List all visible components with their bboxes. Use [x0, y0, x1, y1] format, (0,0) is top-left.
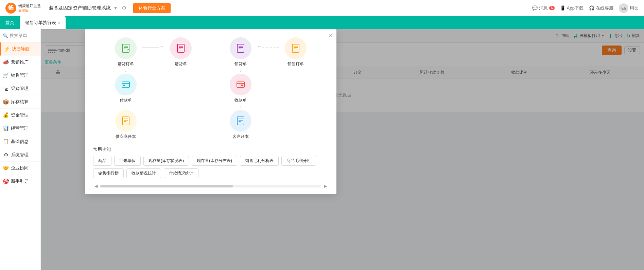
trial-button[interactable]: 体验行业方案 — [133, 3, 171, 13]
header-right: 💬 消息 6 📱 App下载 🎧 在线客服 Ea 用友 — [532, 3, 639, 13]
customer-ledger-label: 客户账本 — [232, 134, 249, 140]
sidebar-item-basic-info[interactable]: 📋 基础信息 — [0, 135, 40, 148]
settings-icon[interactable]: ⚙ — [122, 5, 126, 11]
svg-rect-11 — [177, 44, 184, 52]
flow-node-supplier-ledger[interactable]: 供应商账本 — [115, 110, 137, 140]
nav-tabs: 首页 销售订单执行表 × — [0, 16, 644, 29]
message-badge: 6 — [549, 6, 555, 10]
svg-rect-7 — [122, 117, 129, 125]
dropdown-icon[interactable]: ▼ — [114, 6, 118, 11]
basic-info-icon: 📋 — [3, 139, 9, 145]
avatar: Ea — [619, 3, 628, 13]
sidebar-item-system[interactable]: ⚙ 系统管理 — [0, 148, 40, 162]
flow-node-receipt[interactable]: 收款单 — [230, 74, 251, 103]
func-btn-partner[interactable]: 往来单位 — [114, 156, 141, 166]
quick-nav-icon: ⚡ — [4, 46, 10, 52]
modal-box: × 进货订单 ↓ — [85, 29, 336, 194]
sale-order-circle — [285, 37, 307, 59]
arrow-down-2: ↓ — [124, 103, 127, 110]
flow-node-purchase-bill[interactable]: 进货单 — [170, 37, 192, 67]
svg-rect-0 — [122, 44, 129, 52]
scrollbar-thumb — [100, 185, 233, 187]
tab-close-icon[interactable]: × — [58, 21, 60, 25]
func-btn-row-2: 销售排行榜 收款情况统计 付款情况统计 — [93, 168, 328, 178]
sidebar-item-finance[interactable]: 💰 资金管理 — [0, 109, 40, 122]
func-btn-goods[interactable]: 商品 — [93, 156, 111, 166]
func-btn-stock-dist[interactable]: 现存量(库存分布表) — [192, 156, 237, 166]
finance-icon: 💰 — [3, 112, 9, 118]
receipt-circle — [230, 74, 251, 95]
sidebar-search[interactable]: 🔍 搜索菜单 — [0, 29, 40, 42]
system-title-area: 装备及固定资产辅助管理系统 ▼ ⚙ 体验行业方案 — [49, 3, 171, 13]
sidebar-item-corp[interactable]: 🤝 企业协同 — [0, 162, 40, 175]
logo-icon: 畅 — [5, 3, 16, 14]
message-icon: 💬 — [532, 5, 538, 11]
arrow-down-1: ↓ — [124, 67, 127, 74]
tab-home[interactable]: 首页 — [0, 16, 20, 29]
func-btn-sale-rank[interactable]: 销售排行榜 — [93, 168, 124, 178]
marketing-icon: 📣 — [3, 59, 9, 65]
modal-close-btn[interactable]: × — [329, 32, 332, 39]
supplier-ledger-circle — [115, 110, 137, 132]
func-btn-receipt-stat[interactable]: 收款情况统计 — [126, 168, 161, 178]
payment-circle — [115, 74, 137, 95]
sidebar-item-marketing[interactable]: 📣 营销推广 — [0, 56, 40, 69]
func-btn-row-1: 商品 往来单位 现存量(库存状况表) 现存量(库存分布表) 销售毛利分析表 商品… — [93, 156, 328, 166]
sidebar-item-operation[interactable]: 📊 经营管理 — [0, 122, 40, 135]
sidebar-item-inventory[interactable]: 📦 库存核算 — [0, 95, 40, 109]
inventory-icon: 📦 — [3, 99, 9, 105]
flow-diagram: 进货订单 ↓ 付款单 ↓ — [93, 37, 328, 140]
receipt-label: 收款单 — [234, 97, 247, 103]
tab-sales-order[interactable]: 销售订单执行表 × — [20, 16, 66, 29]
system-icon: ⚙ — [3, 152, 9, 158]
svg-rect-4 — [122, 82, 129, 87]
main-layout: 🔍 搜索菜单 ⚡ 快捷导航 📣 营销推广 🛒 销售管理 🛍 采购管理 📦 库存核… — [0, 29, 644, 270]
app-icon: 📱 — [560, 5, 565, 11]
online-service-btn[interactable]: 🎧 在线客服 — [589, 5, 613, 11]
func-btn-payment-stat[interactable]: 付款情况统计 — [164, 168, 198, 178]
flow-node-customer-ledger[interactable]: 客户账本 — [230, 110, 251, 140]
sidebar-item-purchase[interactable]: 🛍 采购管理 — [0, 82, 40, 95]
arrow-down-4: ↓ — [239, 103, 242, 110]
func-btn-goods-profit[interactable]: 商品毛利分析 — [281, 156, 316, 166]
corp-icon: 🤝 — [3, 165, 9, 171]
scrollbar-track — [100, 185, 321, 187]
flow-node-sale-order[interactable]: 销售订单 — [285, 37, 307, 67]
sidebar: 🔍 搜索菜单 ⚡ 快捷导航 📣 营销推广 🛒 销售管理 🛍 采购管理 📦 库存核… — [0, 29, 41, 270]
sale-order-label: 销售订单 — [288, 61, 304, 67]
search-icon: 🔍 — [3, 33, 8, 38]
user-btn[interactable]: Ea 用友 — [619, 3, 639, 13]
svg-rect-15 — [237, 44, 244, 52]
sale-bill-label: 销货单 — [234, 61, 247, 67]
sidebar-item-guide[interactable]: 🎯 新手引导 — [0, 175, 40, 188]
func-btn-sale-profit[interactable]: 销售毛利分析表 — [240, 156, 279, 166]
scroll-left-icon[interactable]: ◀ — [93, 184, 99, 188]
purchase-bill-label: 进货单 — [175, 61, 187, 67]
arrow-h-2: ← — [257, 37, 279, 50]
mid-right-col: 销货单 ↓ 收款单 ↓ — [224, 37, 257, 140]
sales-icon: 🛒 — [3, 72, 9, 78]
purchase-order-label: 进货订单 — [118, 61, 134, 67]
purchase-order-circle — [115, 37, 137, 59]
sidebar-item-quick-nav[interactable]: ⚡ 快捷导航 — [0, 42, 40, 56]
svg-rect-26 — [292, 44, 299, 52]
flow-node-sale-bill[interactable]: 销货单 — [230, 37, 251, 67]
purchase-icon: 🛍 — [3, 86, 9, 92]
message-btn[interactable]: 💬 消息 6 — [532, 5, 555, 11]
func-btn-stock-status[interactable]: 现存量(库存状况表) — [143, 156, 189, 166]
common-func-section: 常用功能 商品 往来单位 现存量(库存状况表) 现存量(库存分布表) 销售毛利分… — [93, 146, 328, 178]
sidebar-item-sales[interactable]: 🛒 销售管理 — [0, 69, 40, 82]
app-download-btn[interactable]: 📱 App下载 — [560, 5, 584, 11]
purchase-bill-circle — [170, 37, 192, 59]
svg-rect-22 — [237, 117, 244, 125]
scroll-right-icon[interactable]: ▶ — [323, 184, 328, 188]
arrow-down-3: ↓ — [239, 67, 242, 74]
right-col: 销售订单 — [279, 37, 312, 67]
flow-node-payment[interactable]: 付款单 — [115, 74, 137, 103]
svg-rect-6 — [123, 85, 125, 86]
flow-node-purchase-order[interactable]: 进货订单 — [115, 37, 137, 67]
modal-overlay: × 进货订单 ↓ — [41, 29, 644, 270]
modal-scrollbar-area: ◀ ▶ — [93, 184, 328, 188]
supplier-ledger-label: 供应商账本 — [116, 134, 136, 140]
operation-icon: 📊 — [3, 125, 9, 131]
